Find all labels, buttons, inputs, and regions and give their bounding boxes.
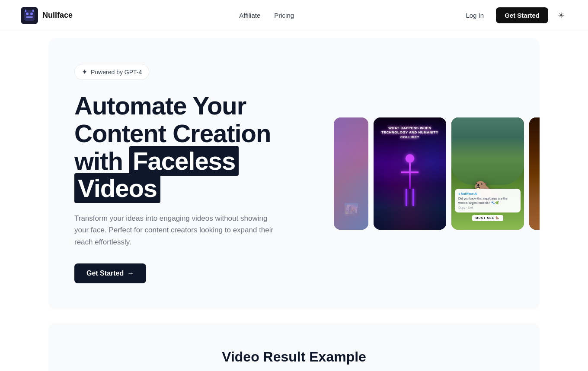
hero-title-line1: Automate Your: [74, 92, 246, 120]
badge-text: Powered by GPT-4: [91, 69, 142, 76]
video-card-horror: WHAT HAPPENS WHENLOVE TURNS INTO ADANGER…: [529, 117, 540, 230]
logo-text: Nullface: [42, 11, 73, 20]
nav-actions: Log In Get Started ☀: [460, 7, 567, 23]
card-cyberpunk-bg: WHAT HAPPENS WHENTECHNOLOGY AND HUMANITY…: [374, 117, 446, 230]
hero-section: ✦ Powered by GPT-4 Automate Your Content…: [48, 38, 540, 309]
logo-icon: [21, 7, 38, 24]
hero-title: Automate Your Content Creation with Face…: [74, 92, 316, 202]
hero-left: ✦ Powered by GPT-4 Automate Your Content…: [74, 64, 316, 283]
hero-title-line4: Videos: [74, 173, 160, 203]
logo-link[interactable]: Nullface: [21, 7, 73, 24]
card-partial-bg: 🌆: [334, 117, 368, 230]
section-video-examples: Video Result Example Whatever channel ca…: [48, 323, 540, 371]
horror-top-text: WHAT HAPPENS WHENLOVE TURNS INTO ADANGER…: [533, 123, 540, 143]
tweet-text: Did you know that capybaras are the worl…: [458, 197, 517, 205]
cyberpunk-person: [395, 154, 425, 215]
svg-rect-4: [26, 16, 33, 18]
video-card-capybara: 🦫 ● NullFace AI Did you know that capyba…: [451, 117, 524, 230]
horror-badge: MUST SEE 👁: [534, 213, 540, 223]
nav-affiliate[interactable]: Affiliate: [239, 12, 260, 19]
card-capybara-bg: 🦫 ● NullFace AI Did you know that capyba…: [451, 117, 524, 230]
hero-cta-arrow: →: [127, 270, 134, 277]
nav-pricing[interactable]: Pricing: [274, 12, 294, 19]
tweet-overlay: ● NullFace AI Did you know that capybara…: [455, 189, 521, 212]
svg-point-3: [30, 13, 33, 15]
svg-point-2: [26, 13, 29, 15]
video-card-cyberpunk: WHAT HAPPENS WHENTECHNOLOGY AND HUMANITY…: [374, 117, 446, 230]
hero-title-line3-pre: with: [74, 147, 129, 175]
powered-by-badge: ✦ Powered by GPT-4: [74, 64, 149, 80]
hero-title-line2: Content Creation: [74, 119, 271, 147]
hero-description: Transform your ideas into engaging video…: [74, 212, 282, 248]
hero-right: 🌆: [334, 117, 540, 230]
theme-toggle-button[interactable]: ☀: [555, 8, 567, 23]
get-started-nav-button[interactable]: Get Started: [496, 7, 548, 23]
svg-rect-5: [25, 10, 26, 12]
gpt-icon: ✦: [82, 68, 87, 76]
tweet-handle: ● NullFace AI: [458, 192, 517, 195]
tweet-actions: Copy · Link: [458, 206, 517, 209]
cyberpunk-top-text: WHAT HAPPENS WHENTECHNOLOGY AND HUMANITY…: [377, 123, 443, 143]
navbar: Nullface Affiliate Pricing Log In Get St…: [0, 0, 588, 31]
hero-title-highlight: Faceless: [129, 146, 239, 176]
svg-rect-6: [32, 10, 34, 12]
hero-cta-label: Get Started: [86, 270, 124, 277]
video-card-partial: 🌆: [334, 117, 368, 230]
login-button[interactable]: Log In: [460, 8, 489, 22]
video-strip: 🌆: [334, 117, 540, 230]
section-title: Video Result Example: [74, 349, 514, 365]
nav-links: Affiliate Pricing: [239, 12, 294, 19]
hero-get-started-button[interactable]: Get Started →: [74, 263, 146, 283]
capybara-badge: MUST SEE 🦫: [457, 213, 519, 223]
card-horror-bg: WHAT HAPPENS WHENLOVE TURNS INTO ADANGER…: [529, 117, 540, 230]
